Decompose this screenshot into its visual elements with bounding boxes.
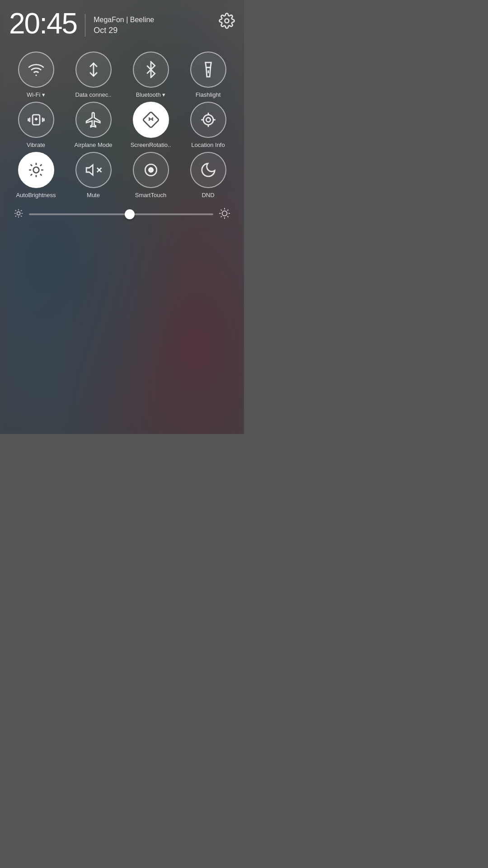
svg-point-0 — [225, 19, 229, 23]
toggle-flashlight[interactable]: Flashlight — [181, 52, 235, 98]
svg-point-1 — [35, 75, 37, 76]
airplane-button[interactable] — [75, 102, 112, 138]
flashlight-label: Flashlight — [196, 91, 221, 98]
toggle-dnd[interactable]: DND — [181, 152, 235, 198]
brightness-max-icon — [219, 208, 230, 221]
rotation-label: ScreenRotatio.. — [131, 142, 171, 148]
wifi-button[interactable] — [18, 52, 54, 88]
toggle-location[interactable]: Location Info — [181, 102, 235, 148]
bluetooth-button[interactable] — [133, 52, 169, 88]
toggle-smarttouch[interactable]: SmartTouch — [124, 152, 178, 198]
toggle-autobrightness[interactable]: AutoBrightness — [9, 152, 63, 198]
toggle-wifi[interactable]: Wi-Fi ▾ — [9, 52, 63, 98]
brightness-slider[interactable] — [29, 213, 213, 215]
toggle-row-3: AutoBrightness Mute SmartTouch — [9, 152, 235, 198]
svg-line-35 — [15, 210, 16, 211]
time-display: 20:45 — [9, 9, 77, 38]
svg-point-18 — [33, 167, 39, 173]
autobrightness-label: AutoBrightness — [16, 192, 56, 198]
svg-point-12 — [206, 118, 211, 122]
location-button[interactable] — [190, 102, 226, 138]
dnd-button[interactable] — [190, 152, 226, 188]
svg-point-13 — [203, 115, 213, 125]
toggle-row-2: Vibrate Airplane Mode ScreenRotatio.. — [9, 102, 235, 148]
svg-line-44 — [221, 210, 222, 211]
header: 20:45 MegaFon | Beeline Oct 29 — [9, 9, 235, 38]
header-left: 20:45 MegaFon | Beeline Oct 29 — [9, 9, 154, 38]
settings-button[interactable] — [219, 13, 235, 31]
brightness-min-icon — [14, 208, 23, 220]
smarttouch-button[interactable] — [133, 152, 169, 188]
mute-button[interactable] — [75, 152, 112, 188]
svg-line-36 — [21, 216, 22, 217]
svg-point-31 — [149, 168, 153, 172]
toggle-bluetooth[interactable]: Bluetooth ▾ — [124, 52, 178, 98]
toggle-mute[interactable]: Mute — [66, 152, 120, 198]
svg-line-39 — [15, 216, 16, 217]
control-panel: 20:45 MegaFon | Beeline Oct 29 — [0, 0, 244, 221]
date-carrier: MegaFon | Beeline Oct 29 — [94, 16, 154, 35]
svg-point-41 — [222, 211, 227, 216]
svg-line-49 — [227, 210, 228, 211]
location-label: Location Info — [191, 142, 225, 148]
svg-point-32 — [17, 212, 20, 215]
carrier-text: MegaFon | Beeline — [94, 16, 154, 24]
smarttouch-label: SmartTouch — [135, 192, 166, 198]
rotation-button[interactable] — [133, 102, 169, 138]
svg-line-22 — [40, 174, 41, 175]
svg-line-45 — [227, 216, 228, 217]
svg-line-48 — [221, 216, 222, 217]
svg-marker-27 — [86, 165, 93, 175]
svg-line-25 — [30, 174, 32, 175]
vibrate-button[interactable] — [18, 102, 54, 138]
header-divider — [85, 14, 85, 37]
airplane-label: Airplane Mode — [75, 142, 113, 148]
svg-line-40 — [21, 210, 22, 211]
data-button[interactable] — [75, 52, 112, 88]
toggle-vibrate[interactable]: Vibrate — [9, 102, 63, 148]
svg-rect-11 — [143, 112, 159, 128]
dnd-label: DND — [202, 192, 214, 198]
autobrightness-button[interactable] — [18, 152, 54, 188]
vibrate-label: Vibrate — [27, 142, 45, 148]
wifi-label: Wi-Fi ▾ — [27, 91, 45, 98]
data-label: Data connec.. — [75, 91, 111, 98]
brightness-row — [9, 208, 235, 221]
svg-line-26 — [40, 165, 41, 166]
flashlight-button[interactable] — [190, 52, 226, 88]
mute-label: Mute — [87, 192, 100, 198]
toggle-airplane[interactable]: Airplane Mode — [66, 102, 120, 148]
date-text: Oct 29 — [94, 26, 154, 35]
toggle-rotation[interactable]: ScreenRotatio.. — [124, 102, 178, 148]
bluetooth-label: Bluetooth ▾ — [136, 91, 166, 98]
toggle-data[interactable]: Data connec.. — [66, 52, 120, 98]
svg-line-21 — [30, 165, 32, 166]
toggle-row-1: Wi-Fi ▾ Data connec.. Bluetooth ▾ — [9, 52, 235, 98]
